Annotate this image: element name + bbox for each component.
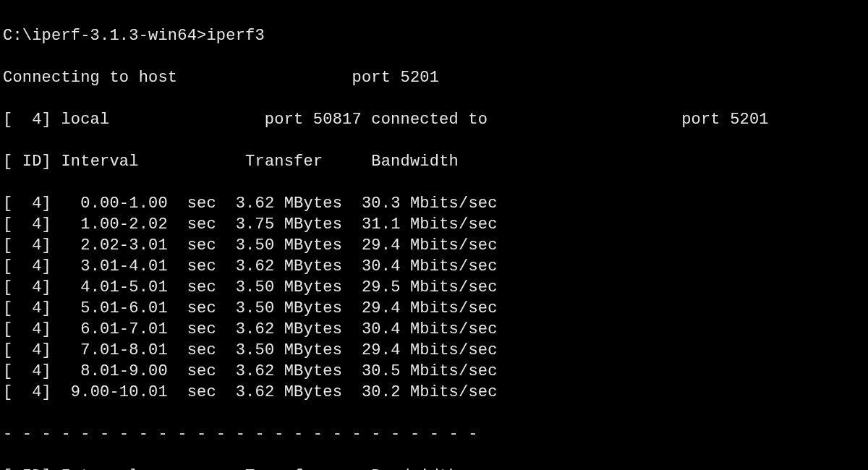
- row-interval: 2.02-3.01: [71, 236, 168, 255]
- row-bandwidth: 30.2 Mbits/sec: [362, 383, 507, 401]
- separator-line: - - - - - - - - - - - - - - - - - - - - …: [3, 424, 865, 445]
- row-unit: sec: [187, 278, 216, 296]
- row-interval: 0.00-1.00: [71, 195, 168, 213]
- row-bandwidth: 31.1 Mbits/sec: [362, 215, 507, 234]
- row-bandwidth: 30.4 Mbits/sec: [362, 320, 507, 338]
- table-row: [ 4] 0.00-1.00 sec 3.62 MBytes 30.3 Mbit…: [3, 193, 865, 214]
- row-unit: sec: [187, 383, 216, 401]
- table-row: [ 4] 3.01-4.01 sec 3.62 MBytes 30.4 Mbit…: [3, 256, 865, 277]
- hdr-transfer: Transfer: [245, 153, 323, 171]
- interval-rows: [ 4] 0.00-1.00 sec 3.62 MBytes 30.3 Mbit…: [3, 193, 865, 403]
- row-interval: 1.00-2.02: [71, 215, 168, 234]
- hdr-id: [ ID]: [3, 466, 51, 470]
- local-line: [ 4] local port 50817 connected to port …: [3, 109, 865, 130]
- row-id: [ 4]: [3, 341, 51, 359]
- row-transfer: 3.50 MBytes: [236, 299, 342, 317]
- row-transfer: 3.50 MBytes: [236, 341, 342, 359]
- table-row: [ 4] 6.01-7.01 sec 3.62 MBytes 30.4 Mbit…: [3, 319, 865, 340]
- row-interval: 8.01-9.00: [71, 362, 168, 380]
- row-transfer: 3.62 MBytes: [236, 195, 342, 213]
- row-interval: 3.01-4.01: [71, 257, 168, 275]
- hdr-bandwidth: Bandwidth: [371, 153, 459, 171]
- row-interval: 6.01-7.01: [71, 320, 168, 338]
- row-unit: sec: [187, 195, 216, 213]
- header-row: [ ID] Interval Transfer Bandwidth: [3, 151, 865, 172]
- row-id: [ 4]: [3, 299, 51, 317]
- row-bandwidth: 29.4 Mbits/sec: [362, 341, 507, 359]
- table-row: [ 4] 4.01-5.01 sec 3.50 MBytes 29.5 Mbit…: [3, 277, 865, 298]
- hdr-interval: Interval: [61, 467, 138, 470]
- row-interval: 9.00-10.01: [71, 383, 168, 401]
- row-transfer: 3.62 MBytes: [236, 320, 342, 338]
- table-row: [ 4] 2.02-3.01 sec 3.50 MBytes 29.4 Mbit…: [3, 235, 865, 256]
- row-transfer: 3.62 MBytes: [236, 383, 342, 401]
- row-id: [ 4]: [3, 278, 51, 296]
- table-row: [ 4] 7.01-8.01 sec 3.50 MBytes 29.4 Mbit…: [3, 340, 865, 361]
- row-id: [ 4]: [3, 320, 51, 338]
- hdr-bandwidth: Bandwidth: [371, 467, 459, 470]
- row-unit: sec: [187, 215, 216, 234]
- summary-header-row: [ ID] Interval Transfer Bandwidth: [3, 466, 865, 470]
- row-bandwidth: 29.4 Mbits/sec: [362, 236, 507, 255]
- table-row: [ 4] 9.00-10.01 sec 3.62 MBytes 30.2 Mbi…: [3, 382, 865, 403]
- row-bandwidth: 29.4 Mbits/sec: [362, 299, 507, 317]
- row-transfer: 3.50 MBytes: [236, 278, 342, 296]
- row-bandwidth: 30.3 Mbits/sec: [362, 195, 507, 213]
- table-row: [ 4] 8.01-9.00 sec 3.62 MBytes 30.5 Mbit…: [3, 361, 865, 382]
- row-id: [ 4]: [3, 383, 51, 401]
- row-id: [ 4]: [3, 362, 51, 380]
- table-row: [ 4] 1.00-2.02 sec 3.75 MBytes 31.1 Mbit…: [3, 214, 865, 235]
- connecting-line: Connecting to host port 5201: [3, 67, 865, 88]
- terminal-output: C:\iperf-3.1.3-win64>iperf3 Connecting t…: [0, 0, 868, 470]
- row-transfer: 3.62 MBytes: [236, 362, 342, 380]
- row-unit: sec: [187, 236, 216, 255]
- row-unit: sec: [187, 362, 216, 380]
- row-interval: 5.01-6.01: [71, 299, 168, 317]
- row-id: [ 4]: [3, 215, 51, 234]
- hdr-transfer: Transfer: [245, 467, 323, 470]
- row-transfer: 3.50 MBytes: [236, 236, 342, 255]
- row-interval: 7.01-8.01: [71, 341, 168, 359]
- row-id: [ 4]: [3, 236, 51, 255]
- row-unit: sec: [187, 257, 216, 275]
- prompt-line: C:\iperf-3.1.3-win64>iperf3: [3, 25, 865, 46]
- row-interval: 4.01-5.01: [71, 278, 168, 296]
- row-id: [ 4]: [3, 195, 51, 213]
- row-transfer: 3.75 MBytes: [236, 215, 342, 234]
- row-unit: sec: [187, 320, 216, 338]
- hdr-id: [ ID]: [3, 151, 51, 172]
- hdr-interval: Interval: [61, 153, 138, 171]
- row-id: [ 4]: [3, 257, 51, 275]
- row-bandwidth: 30.4 Mbits/sec: [362, 257, 507, 275]
- row-unit: sec: [187, 341, 216, 359]
- row-bandwidth: 29.5 Mbits/sec: [362, 278, 507, 296]
- row-transfer: 3.62 MBytes: [236, 257, 342, 275]
- row-bandwidth: 30.5 Mbits/sec: [362, 362, 507, 380]
- row-unit: sec: [187, 299, 216, 317]
- table-row: [ 4] 5.01-6.01 sec 3.50 MBytes 29.4 Mbit…: [3, 298, 865, 319]
